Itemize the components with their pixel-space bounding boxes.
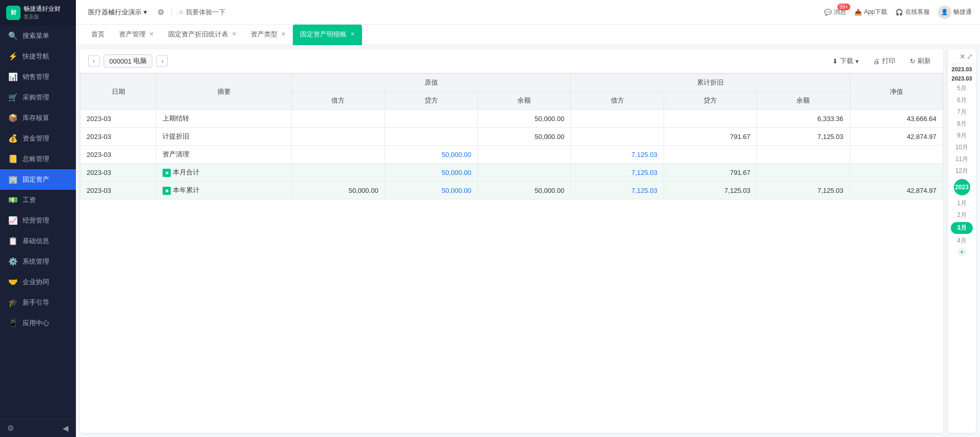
- table-container: 日期 摘要 原值 累计折旧 净值 借方 贷方 余额 借方 贷方 余额: [80, 73, 943, 433]
- sidebar-item-fixed[interactable]: 🏢 固定资产: [0, 169, 76, 190]
- purchase-icon: 🛒: [8, 93, 17, 102]
- panel-header: ✕ ⤢: [948, 49, 976, 64]
- timeline-month-11月[interactable]: 11月: [948, 153, 976, 165]
- print-label: 打印: [882, 56, 895, 66]
- tabs-bar: 首页资产管理✕固定资产折旧统计表✕资产类型✕固定资产明细账✕: [76, 25, 980, 45]
- sidebar-label-system: 系统管理: [23, 257, 49, 266]
- sidebar-item-apps[interactable]: 📱 应用中心: [0, 313, 76, 333]
- service-button[interactable]: 🎧 在线客服: [895, 8, 930, 16]
- message-button[interactable]: 💬 消息 99+: [824, 8, 846, 16]
- sidebar-item-salary[interactable]: 💵 工资: [0, 190, 76, 210]
- company-selector[interactable]: 医疗器械行业演示 ▾: [84, 6, 151, 19]
- settings-icon[interactable]: ⚙: [7, 424, 14, 433]
- sidebar-item-collab[interactable]: 🤝 企业协同: [0, 272, 76, 292]
- download-button[interactable]: 📥 App下载: [854, 8, 887, 16]
- tab-label-asset-mgmt: 资产管理: [119, 30, 146, 39]
- sidebar-item-system[interactable]: ⚙️ 系统管理: [0, 251, 76, 272]
- sidebar-item-search[interactable]: 🔍 搜索菜单: [0, 26, 76, 46]
- prev-asset-button[interactable]: ‹: [88, 55, 99, 67]
- main-panel: ‹ 000001 电脑 › ⬇ 下载 ▾ 🖨 打印: [80, 49, 943, 433]
- cell-debit2: 7,125.03: [571, 146, 664, 164]
- timeline-month-8月[interactable]: 8月: [948, 118, 976, 130]
- tab-home[interactable]: 首页: [84, 25, 112, 45]
- sidebar-bottom: ⚙ ◀: [0, 419, 76, 437]
- cell-net: 42,874.97: [850, 182, 943, 200]
- tab-close-depreciation-stat[interactable]: ✕: [232, 31, 236, 37]
- sidebar-label-salary: 工资: [23, 195, 36, 205]
- tab-close-asset-detail[interactable]: ✕: [350, 31, 355, 37]
- timeline-month-12月[interactable]: 12月: [948, 165, 976, 177]
- sidebar-item-ledger[interactable]: 📒 总账管理: [0, 149, 76, 169]
- settings-gear-icon[interactable]: ⚙: [157, 8, 164, 17]
- timeline-month-after-1月[interactable]: 1月: [948, 197, 976, 209]
- sidebar-item-purchase[interactable]: 🛒 采购管理: [0, 87, 76, 108]
- sidebar-item-basic[interactable]: 📋 基础信息: [0, 231, 76, 251]
- timeline-month-after-4月[interactable]: 4月: [948, 235, 976, 247]
- timeline: 2023.032023.035月6月7月8月9月10月11月12月20231月2…: [948, 64, 976, 433]
- tab-depreciation-stat[interactable]: 固定资产折旧统计表✕: [161, 25, 244, 45]
- sidebar-label-nav: 快捷导航: [23, 52, 49, 61]
- sidebar-label-ops: 经营管理: [23, 216, 49, 225]
- col-debit1-header: 借方: [292, 92, 385, 110]
- timeline-month-6月[interactable]: 6月: [948, 94, 976, 106]
- sidebar-item-guide[interactable]: 🎓 新手引导: [0, 292, 76, 313]
- cell-credit1: 50,000.00: [385, 182, 477, 200]
- tab-close-asset-type[interactable]: ✕: [281, 31, 286, 37]
- tab-asset-detail[interactable]: 固定资产明细账✕: [293, 25, 362, 45]
- sidebar-item-capital[interactable]: 💰 资金管理: [0, 128, 76, 149]
- cell-debit2: 7,125.03: [571, 182, 664, 200]
- sidebar-item-sales[interactable]: 📊 销售管理: [0, 67, 76, 87]
- expand-panel-icon[interactable]: ⤢: [967, 52, 973, 61]
- cell-debit2: [571, 128, 664, 146]
- sidebar-label-inventory: 库存核算: [23, 113, 49, 123]
- tab-asset-type[interactable]: 资产类型✕: [244, 25, 293, 45]
- next-asset-button[interactable]: ›: [156, 55, 168, 67]
- table-row: 2023-03 资产清理 50,000.00 7,125.03: [81, 146, 943, 164]
- refresh-button[interactable]: ↻ 刷新: [906, 54, 935, 68]
- timeline-month-9月[interactable]: 9月: [948, 130, 976, 142]
- sidebar-label-purchase: 采购管理: [23, 93, 49, 102]
- timeline-month-10月[interactable]: 10月: [948, 142, 976, 153]
- timeline-month-5月[interactable]: 5月: [948, 83, 976, 94]
- cell-summary: 上期结转: [156, 110, 292, 128]
- service-label: 在线客服: [905, 8, 930, 16]
- timeline-month-7月[interactable]: 7月: [948, 106, 976, 118]
- timeline-month-after-2月[interactable]: 2月: [948, 209, 976, 221]
- user-profile[interactable]: 👤 畅捷通: [938, 6, 972, 19]
- experience-button[interactable]: ○ 我要体验一下: [179, 8, 226, 17]
- sidebar-label-capital: 资金管理: [23, 134, 49, 143]
- close-panel-icon[interactable]: ✕: [959, 52, 966, 61]
- timeline-expand-button[interactable]: ▾: [958, 248, 966, 256]
- sidebar-label-search: 搜索菜单: [23, 31, 49, 41]
- tab-asset-mgmt[interactable]: 资产管理✕: [112, 25, 161, 45]
- tab-close-asset-mgmt[interactable]: ✕: [149, 31, 154, 37]
- experience-icon: ○: [179, 8, 183, 16]
- sidebar-label-apps: 应用中心: [23, 319, 49, 328]
- refresh-icon: ↻: [910, 57, 915, 65]
- company-dropdown-icon: ▾: [144, 8, 147, 16]
- timeline-month-after-3月[interactable]: 3月: [951, 222, 973, 234]
- collapse-icon[interactable]: ◀: [63, 424, 69, 433]
- timeline-panel: ✕ ⤢ 2023.032023.035月6月7月8月9月10月11月12月202…: [947, 49, 976, 433]
- topbar-divider: [171, 7, 172, 17]
- tab-label-depreciation-stat: 固定资产折旧统计表: [168, 30, 228, 39]
- sidebar-item-ops[interactable]: 📈 经营管理: [0, 210, 76, 231]
- nav-icon: ⚡: [8, 52, 17, 61]
- search-icon: 🔍: [8, 31, 17, 41]
- col-credit2-header: 贷方: [664, 92, 756, 110]
- basic-icon: 📋: [8, 236, 17, 246]
- timeline-year-2023[interactable]: 2023: [954, 179, 970, 195]
- tab-label-asset-detail: 固定资产明细账: [300, 30, 347, 39]
- cell-credit2: [664, 146, 756, 164]
- cell-net: [850, 164, 943, 182]
- username: 畅捷通: [953, 8, 972, 16]
- cell-debit1: [292, 164, 385, 182]
- download-button[interactable]: ⬇ 下载 ▾: [828, 54, 863, 68]
- sidebar-item-nav[interactable]: ⚡ 快捷导航: [0, 46, 76, 67]
- sidebar-nav: 🔍 搜索菜单 ⚡ 快捷导航 📊 销售管理 🛒 采购管理 📦 库存核算 💰 资金管…: [0, 26, 76, 419]
- print-button[interactable]: 🖨 打印: [869, 54, 899, 68]
- col-balance1-header: 余额: [478, 92, 571, 110]
- cell-credit1: 50,000.00: [385, 164, 477, 182]
- sidebar-item-inventory[interactable]: 📦 库存核算: [0, 108, 76, 128]
- download-icon: ⬇: [832, 57, 838, 65]
